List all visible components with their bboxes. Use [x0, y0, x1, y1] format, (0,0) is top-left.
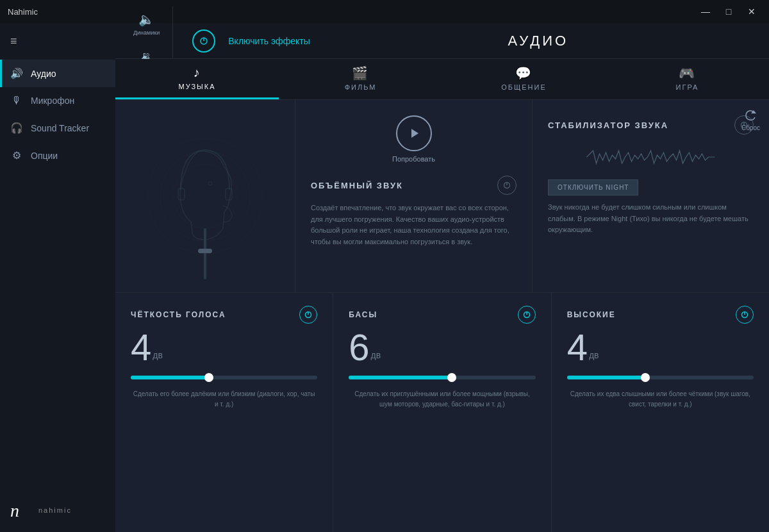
close-button[interactable]: ✕	[742, 4, 761, 19]
surround-header: ОБЪЁМНЫЙ ЗВУК	[311, 176, 517, 195]
audio-icon: 🔊	[10, 67, 23, 79]
treble-power-icon	[741, 311, 748, 319]
logo-text: nahimic	[38, 506, 72, 514]
app-body: ≡ 🔊 Аудио 🎙 Микрофон 🎧 Sound Tracker ⚙ О…	[0, 23, 769, 532]
stabilizer-panel: Сброс СТАБИЛИЗАТОР ЗВУКА	[533, 100, 769, 292]
sidebar-label-audio: Аудио	[31, 69, 56, 79]
waveform-svg	[548, 141, 754, 173]
surround-description: Создаёт впечатление, что звук окружает в…	[311, 203, 517, 247]
titlebar-controls: — □ ✕	[696, 4, 761, 19]
voice-unit: дв	[153, 351, 163, 360]
try-button[interactable]	[396, 115, 432, 151]
effects-power-button[interactable]	[192, 29, 215, 53]
sidebar-logo: n nahimic	[0, 488, 115, 532]
voice-value: 4 дв	[131, 329, 317, 366]
treble-power-button[interactable]	[736, 306, 754, 324]
chat-tab-label: ОБЩЕНИЕ	[501, 83, 547, 91]
treble-slider[interactable]	[567, 371, 754, 384]
speakers-icon: 🔈	[138, 12, 154, 27]
speakers-label: Динамики	[133, 29, 160, 37]
bass-unit: дв	[371, 351, 381, 360]
titlebar: Nahimic — □ ✕	[0, 0, 769, 23]
voice-panel: ЧЁТКОСТЬ ГОЛОСА 4 дв	[115, 293, 333, 532]
stabilizer-title: СТАБИЛИЗАТОР ЗВУКА	[548, 121, 668, 130]
titlebar-left: Nahimic	[8, 7, 38, 17]
sidebar-item-microphone[interactable]: 🎙 Микрофон	[0, 87, 115, 114]
music-tab-icon: ♪	[194, 65, 201, 80]
surround-title: ОБЪЁМНЫЙ ЗВУК	[311, 181, 403, 190]
reset-button[interactable]: Сброс	[741, 109, 760, 131]
music-tab-label: МУЗЫКА	[178, 83, 215, 90]
tab-film[interactable]: 🎬 ФИЛЬМ	[279, 59, 442, 99]
sidebar-nav: 🔊 Аудио 🎙 Микрофон 🎧 Sound Tracker ⚙ Опц…	[0, 60, 115, 488]
treble-unit: дв	[589, 351, 599, 360]
panels-grid: Попробовать ОБЪЁМНЫЙ ЗВУК Создаёт впечат…	[115, 100, 769, 532]
surround-power-button[interactable]	[497, 176, 517, 195]
stabilizer-description: Звук никогда не будет слишком сильным ил…	[548, 202, 754, 236]
svg-point-6	[208, 181, 212, 185]
treble-title: ВЫСОКИЕ	[567, 310, 616, 319]
bass-slider[interactable]	[349, 371, 535, 384]
soundtracker-icon: 🎧	[10, 122, 23, 134]
speakers-device[interactable]: 🔈 Динамики	[131, 6, 162, 42]
treble-value: 4 дв	[567, 329, 754, 366]
options-icon: ⚙	[10, 149, 23, 162]
bass-panel: БАСЫ 6 дв	[333, 293, 550, 532]
treble-panel: ВЫСОКИЕ 4 дв	[552, 293, 769, 532]
bass-header: БАСЫ	[349, 306, 535, 324]
treble-header: ВЫСОКИЕ	[567, 306, 754, 324]
tab-music[interactable]: ♪ МУЗЫКА	[115, 59, 279, 99]
sidebar-label-soundtracker: Sound Tracker	[31, 123, 89, 133]
power-icon	[199, 37, 208, 46]
app-title: Nahimic	[8, 7, 38, 17]
row2: ЧЁТКОСТЬ ГОЛОСА 4 дв	[115, 293, 769, 532]
reset-icon	[744, 109, 757, 122]
voice-power-icon	[304, 311, 312, 319]
svg-rect-7	[178, 188, 185, 200]
microphone-icon: 🎙	[10, 95, 23, 106]
voice-description: Сделать его более далёким или близким (д…	[131, 389, 317, 410]
sidebar-label-options: Опции	[31, 151, 58, 161]
film-tab-label: ФИЛЬМ	[345, 83, 377, 91]
svg-point-4	[160, 151, 250, 241]
page-title: АУДИО	[323, 33, 754, 49]
voice-header: ЧЁТКОСТЬ ГОЛОСА	[131, 306, 317, 324]
surround-power-icon	[503, 181, 511, 189]
game-tab-icon: 🎮	[679, 65, 696, 81]
main-content: 🔈 Динамики 🔉 ключить з Включить эффекты …	[115, 23, 769, 532]
play-icon	[407, 126, 421, 140]
try-label: Попробовать	[392, 155, 435, 163]
game-tab-label: ИГРА	[676, 83, 699, 91]
voice-title: ЧЁТКОСТЬ ГОЛОСА	[131, 310, 226, 319]
svg-marker-9	[411, 129, 418, 138]
sidebar: ≡ 🔊 Аудио 🎙 Микрофон 🎧 Sound Tracker ⚙ О…	[0, 23, 115, 532]
sidebar-item-soundtracker[interactable]: 🎧 Sound Tracker	[0, 114, 115, 142]
bass-description: Сделать их приглушёнными или более мощны…	[349, 389, 535, 410]
tab-game[interactable]: 🎮 ИГРА	[606, 59, 769, 99]
chat-tab-icon: 💬	[515, 65, 533, 81]
svg-text:n: n	[10, 501, 19, 520]
menu-button[interactable]: ≡	[0, 28, 115, 54]
sidebar-item-options[interactable]: ⚙ Опции	[0, 142, 115, 169]
tabs-bar: ♪ МУЗЫКА 🎬 ФИЛЬМ 💬 ОБЩЕНИЕ 🎮 ИГРА	[115, 59, 769, 100]
treble-description: Сделать их едва слышными или более чётки…	[567, 389, 754, 410]
reset-label: Сброс	[741, 124, 760, 131]
bass-title: БАСЫ	[349, 310, 377, 319]
nahimic-logo-icon: n	[10, 499, 33, 522]
tab-chat[interactable]: 💬 ОБЩЕНИЕ	[442, 59, 606, 99]
voice-slider[interactable]	[131, 371, 317, 384]
night-button[interactable]: ОТКЛЮЧИТЬ NIGHT	[548, 179, 638, 195]
bass-power-button[interactable]	[518, 306, 536, 324]
bass-value: 6 дв	[349, 329, 535, 366]
head-visualization-panel	[115, 100, 295, 292]
top-bar: 🔈 Динамики 🔉 ключить з Включить эффекты …	[115, 23, 769, 59]
surround-panel: Попробовать ОБЪЁМНЫЙ ЗВУК Создаёт впечат…	[295, 100, 532, 292]
bass-power-icon	[523, 311, 531, 319]
row1: Попробовать ОБЪЁМНЫЙ ЗВУК Создаёт впечат…	[115, 100, 769, 292]
film-tab-icon: 🎬	[352, 65, 369, 81]
sidebar-item-audio[interactable]: 🔊 Аудио	[0, 60, 115, 87]
sidebar-label-microphone: Микрофон	[31, 96, 74, 106]
voice-power-button[interactable]	[299, 306, 317, 324]
minimize-button[interactable]: —	[696, 4, 715, 19]
maximize-button[interactable]: □	[719, 4, 738, 19]
